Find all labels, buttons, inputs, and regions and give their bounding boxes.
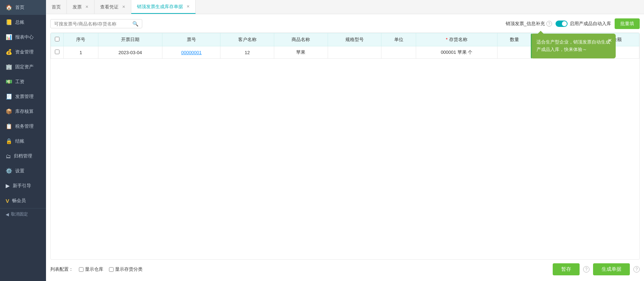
save-help-icon[interactable]: ?: [583, 266, 590, 273]
tab-home-label: 首页: [52, 4, 61, 10]
sidebar-item-label: 税务管理: [15, 123, 34, 130]
sidebar-item-label: 工资: [15, 79, 24, 85]
sidebar: 🏠 首页 📒 总账 📊 报表中心 💰 资金管理 🏢 固定资产 💵 工资 🧾 发票…: [0, 0, 46, 281]
sidebar-item-label: 首页: [15, 4, 24, 11]
row-unit: [381, 46, 416, 59]
toggle-switch: 启用产成品自动入库: [556, 21, 611, 27]
ledger-icon: 📒: [6, 19, 12, 25]
info-help-icon[interactable]: ?: [546, 21, 552, 27]
sidebar-item-funds[interactable]: 💰 资金管理: [0, 45, 46, 59]
header-inventory: 存货名称: [416, 33, 498, 46]
ticket-no-link[interactable]: 00000001: [181, 50, 202, 55]
sidebar-item-inventory[interactable]: 📦 库存核算: [0, 104, 46, 119]
closing-icon: 🔒: [6, 138, 12, 144]
tooltip-bar: [531, 34, 532, 58]
info-label: 销顶发票_信息补充 ?: [506, 21, 552, 27]
funds-icon: 💰: [6, 49, 12, 55]
sidebar-item-closing[interactable]: 🔒 结账: [0, 134, 46, 149]
tooltip-close-btn[interactable]: ✕: [608, 36, 612, 44]
sidebar-item-label: 库存核算: [15, 108, 34, 115]
sidebar-item-reports[interactable]: 📊 报表中心: [0, 30, 46, 45]
row-quantity: [497, 46, 532, 59]
show-category-label[interactable]: 显示存货分类: [109, 266, 143, 273]
undo-fixed-label: 取消固定: [11, 211, 28, 217]
search-input[interactable]: [54, 21, 132, 27]
sidebar-item-ledger[interactable]: 📒 总账: [0, 15, 46, 30]
save-button[interactable]: 暂存: [553, 263, 580, 275]
row-inventory: 000001 苹果 个: [416, 46, 498, 59]
sidebar-item-label: 畅会员: [12, 197, 26, 204]
sidebar-item-label: 固定资产: [15, 64, 34, 70]
header-quantity: 数量: [497, 33, 532, 46]
sidebar-item-label: 总账: [15, 19, 24, 25]
tab-voucher-label: 查看凭证: [100, 4, 119, 10]
row-spec: [328, 46, 381, 59]
tax-icon: 📋: [6, 123, 12, 130]
sidebar-item-settings[interactable]: ⚙️ 设置: [0, 164, 46, 178]
sidebar-item-payroll[interactable]: 💵 工资: [0, 74, 46, 89]
tab-voucher[interactable]: 查看凭证 ✕: [94, 0, 131, 14]
guide-icon: ▶: [6, 183, 10, 189]
tabbar: 首页 发票 ✕ 查看凭证 ✕ 销顶发票生成库存单据 ✕: [46, 0, 644, 14]
undo-fixed-icon: ◀: [6, 212, 9, 217]
member-icon: V: [6, 198, 9, 204]
archive-icon: 🗂: [6, 153, 11, 159]
tab-voucher-close[interactable]: ✕: [122, 5, 125, 9]
sidebar-item-label: 设置: [15, 168, 24, 174]
tab-invoice-label: 发票: [73, 4, 82, 10]
sidebar-item-invoice[interactable]: 🧾 发票管理: [0, 89, 46, 104]
header-unit: 单位: [381, 33, 416, 46]
tab-home[interactable]: 首页: [46, 0, 67, 14]
toolbar-right: 销顶发票_信息补充 ? 启用产成品自动入库 批量填: [506, 18, 640, 29]
sidebar-item-label: 结账: [15, 138, 24, 144]
generate-help-icon[interactable]: ?: [633, 266, 640, 273]
show-category-text: 显示存货分类: [115, 266, 143, 273]
invoice-icon: 🧾: [6, 93, 12, 100]
bottom-actions: 暂存 ? 生成单据 ?: [553, 263, 640, 275]
row-checkbox[interactable]: [55, 50, 59, 54]
payroll-icon: 💵: [6, 79, 12, 85]
tab-invoice-close[interactable]: ✕: [85, 5, 88, 9]
sidebar-item-label: 资金管理: [15, 49, 34, 55]
sidebar-item-guide[interactable]: ▶ 新手引导: [0, 178, 46, 193]
main-content: 首页 发票 ✕ 查看凭证 ✕ 销顶发票生成库存单据 ✕ 🔍: [46, 0, 644, 281]
show-warehouse-label[interactable]: 显示仓库: [79, 266, 103, 273]
tooltip-text: 适合生产型企业，销顶发票自动生成产成品入库，快来体验～: [536, 39, 610, 52]
row-seq: 1: [64, 46, 98, 59]
sidebar-item-assets[interactable]: 🏢 固定资产: [0, 59, 46, 74]
sidebar-item-archive[interactable]: 🗂 归档管理: [0, 149, 46, 164]
sidebar-item-label: 发票管理: [15, 93, 34, 100]
list-config: 列表配置： 显示仓库 显示存货分类: [50, 266, 143, 273]
search-box[interactable]: 🔍: [50, 19, 142, 28]
show-category-checkbox[interactable]: [109, 267, 114, 272]
page-content: 🔍 销顶发票_信息补充 ? 启用产成品自动入库 批量填: [46, 14, 644, 281]
row-customer: 12: [220, 46, 274, 59]
tab-salesreturn[interactable]: 销顶发票生成库存单据 ✕: [131, 0, 196, 14]
assets-icon: 🏢: [6, 64, 12, 70]
show-warehouse-checkbox[interactable]: [79, 267, 84, 272]
header-product: 商品名称: [274, 33, 328, 46]
row-product: 苹果: [274, 46, 328, 59]
sidebar-item-tax[interactable]: 📋 税务管理: [0, 119, 46, 134]
header-seq: 序号: [64, 33, 98, 46]
sidebar-item-member[interactable]: V 畅会员: [0, 193, 46, 208]
batch-fill-button[interactable]: 批量填: [615, 18, 640, 29]
toolbar: 🔍 销顶发票_信息补充 ? 启用产成品自动入库 批量填: [50, 18, 640, 29]
tab-invoice[interactable]: 发票 ✕: [67, 0, 94, 14]
row-ticket-no: 00000001: [162, 46, 220, 59]
row-date: 2023-03-04: [98, 46, 162, 59]
sidebar-item-label: 报表中心: [15, 34, 34, 40]
sidebar-item-home[interactable]: 🏠 首页: [0, 0, 46, 15]
show-warehouse-text: 显示仓库: [85, 266, 103, 273]
generate-button[interactable]: 生成单据: [593, 263, 630, 275]
tab-salesreturn-close[interactable]: ✕: [186, 4, 190, 9]
info-label-text: 销顶发票_信息补充: [506, 21, 545, 27]
undo-fixed-btn[interactable]: ◀ 取消固定: [0, 208, 46, 220]
auto-warehouse-toggle[interactable]: [556, 21, 568, 27]
settings-icon: ⚙️: [6, 168, 12, 174]
home-icon: 🏠: [6, 4, 12, 11]
tab-salesreturn-label: 销顶发票生成库存单据: [137, 4, 183, 10]
header-date: 开票日期: [98, 33, 162, 46]
config-label: 列表配置：: [50, 266, 73, 273]
select-all-checkbox[interactable]: [55, 37, 59, 41]
